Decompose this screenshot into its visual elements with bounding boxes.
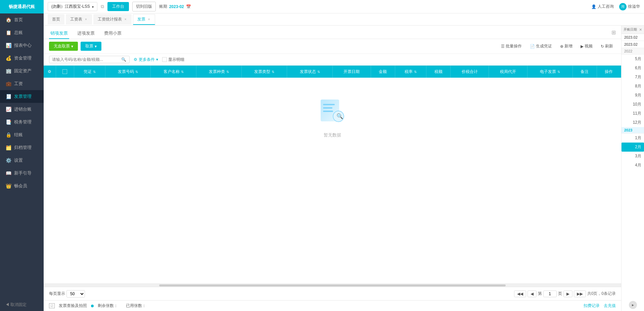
sidebar-item-home[interactable]: 🏠 首页	[0, 13, 44, 26]
table-header-electronic[interactable]: 电子发票⇅	[527, 66, 572, 78]
deduct-record-link[interactable]: 扣费记录	[584, 303, 600, 309]
batch-icon: ☰	[501, 44, 505, 49]
table-header-invoice-type1[interactable]: 发票种类⇅	[196, 66, 241, 78]
search-input[interactable]	[52, 57, 119, 62]
table-header-tax-rate[interactable]: 税率⇅	[395, 66, 426, 78]
date-panel-toggle-icon[interactable]: ▸	[629, 301, 637, 309]
per-page-select[interactable]: 50 10 20 100	[66, 290, 85, 298]
grid-view-icon[interactable]: ⊞	[611, 29, 616, 36]
copy-icon[interactable]: ⧉	[101, 4, 104, 9]
no-tax-label: 无血取票	[54, 43, 70, 49]
sidebar-item-ledger[interactable]: 📋 总账	[0, 26, 44, 39]
sidebar-item-close-account[interactable]: 🔒 结账	[0, 128, 44, 141]
sidebar-item-assets[interactable]: 🏢 固定资产	[0, 65, 44, 77]
sidebar-item-tax[interactable]: 📑 税务管理	[0, 116, 44, 128]
new-label: 新增	[564, 43, 572, 49]
filter-label: 更多条件	[139, 57, 155, 63]
sidebar-item-guide[interactable]: 📖 新手引导	[0, 167, 44, 180]
sub-tab-expense-receipt[interactable]: 费用小票	[103, 28, 123, 39]
filter-button[interactable]: ⚙ 更多条件 ▾	[134, 57, 158, 63]
show-detail-toggle[interactable]: 显示明细	[162, 57, 184, 63]
home-icon: 🏠	[5, 17, 11, 23]
video-button[interactable]: ▶ 视频	[578, 42, 595, 51]
gen-voucher-button[interactable]: 📄 生成凭证	[527, 42, 555, 51]
show-detail-checkbox[interactable]	[162, 57, 167, 62]
tab-salary-close[interactable]: ×	[84, 17, 88, 22]
month-5-2022[interactable]: 5月	[622, 54, 644, 64]
next-page-button[interactable]: ▶	[563, 290, 572, 297]
date-period-row-1[interactable]: 2023.02	[622, 34, 644, 41]
tab-bar: 首页 工资表 × 工资统计报表 × 发票 ×	[44, 13, 644, 26]
horizontal-scrollbar[interactable]	[44, 283, 621, 287]
sidebar-item-salary[interactable]: 💼 工资	[0, 77, 44, 90]
video-icon: ▶	[581, 44, 584, 49]
table-header-tax-amount: 税额	[426, 66, 451, 78]
support-link[interactable]: 👤 人工咨询	[591, 4, 614, 9]
sub-tab-purchase-invoice[interactable]: 进项发票	[76, 28, 96, 39]
user-profile[interactable]: 用 徐溢华	[619, 3, 640, 10]
take-ticket-button[interactable]: 取票 ▾	[81, 42, 101, 51]
month-9-2022[interactable]: 9月	[622, 91, 644, 100]
tab-salary-stats-close[interactable]: ×	[124, 17, 127, 22]
month-6-2022[interactable]: 6月	[622, 64, 644, 73]
prev-page-button[interactable]: ◀	[527, 290, 537, 297]
sidebar-item-archive[interactable]: 🗂️ 归档管理	[0, 141, 44, 154]
table-header-checkbox[interactable]	[56, 66, 74, 78]
collapse-label: ◀ 取消固定	[5, 302, 27, 308]
sidebar-item-reports[interactable]: 📊 报表中心	[0, 39, 44, 52]
first-page-button[interactable]: ◀◀	[514, 290, 526, 297]
date-panel-arrow-btn[interactable]: ▸	[622, 299, 644, 311]
date-period-row-2[interactable]: 2023.02	[622, 41, 644, 48]
tab-invoice-close[interactable]: ×	[147, 17, 151, 22]
no-tax-chevron: ▾	[71, 44, 73, 49]
no-tax-ticket-button[interactable]: 无血取票 ▾	[49, 42, 78, 51]
month-8-2022[interactable]: 8月	[622, 82, 644, 91]
table-header-settings[interactable]: ⚙	[44, 66, 56, 78]
tab-home[interactable]: 首页	[48, 14, 64, 25]
sidebar-item-funds[interactable]: 💰 资金管理	[0, 52, 44, 65]
company-selector[interactable]: (勿删）江西股宝-LSS	[48, 2, 97, 11]
video-label: 视频	[585, 43, 593, 49]
month-12-2022[interactable]: 12月	[622, 118, 644, 127]
sidebar-item-invoice[interactable]: 🧾 发票管理	[0, 90, 44, 103]
search-input-wrap[interactable]: 🔍	[49, 56, 130, 63]
month-11-2022[interactable]: 11月	[622, 109, 644, 118]
table-header-customer[interactable]: 客户名称⇅	[151, 66, 196, 78]
recharge-link[interactable]: 去充值	[604, 303, 616, 309]
sort-icon: ⇅	[135, 70, 138, 74]
new-button[interactable]: ⊕ 新增	[557, 42, 575, 51]
table-header-invoice-type2[interactable]: 发票类型⇅	[242, 66, 287, 78]
tab-salary-table[interactable]: 工资表 ×	[66, 14, 92, 25]
sidebar-item-label: 发票管理	[14, 93, 32, 100]
total-info: 共0页，0条记录	[587, 291, 616, 297]
tab-salary-stats[interactable]: 工资统计报表 ×	[93, 14, 132, 25]
date-panel-close[interactable]: ×	[639, 27, 642, 32]
table-header-invoice-no[interactable]: 发票号码⇅	[105, 66, 151, 78]
table-header-voucher[interactable]: 凭证⇅	[74, 66, 105, 78]
month-4-2023[interactable]: 4月	[622, 161, 644, 170]
filter-icon: ⚙	[134, 57, 137, 62]
sidebar-item-settings[interactable]: ⚙️ 设置	[0, 154, 44, 167]
reports-icon: 📊	[5, 43, 11, 48]
sub-tab-sales-invoice[interactable]: 销项发票	[49, 28, 69, 39]
table-header-invoice-status[interactable]: 发票状态⇅	[287, 66, 332, 78]
month-2-2023[interactable]: 2月	[622, 143, 644, 152]
switch-old-button[interactable]: 切到旧版	[132, 2, 156, 11]
last-page-button[interactable]: ▶▶	[574, 290, 586, 297]
page-number-input[interactable]	[543, 290, 557, 297]
refresh-button[interactable]: ↻ 刷新	[598, 42, 616, 51]
month-3-2023[interactable]: 3月	[622, 152, 644, 161]
month-1-2023[interactable]: 1月	[622, 133, 644, 143]
workbench-button[interactable]: 工作台	[107, 2, 129, 11]
batch-op-button[interactable]: ☰ 批量操作	[498, 42, 524, 51]
sidebar-collapse[interactable]: ◀ 取消固定	[0, 299, 44, 311]
app-logo: 畅捷通易代账	[0, 0, 44, 13]
refresh-icon: ↻	[601, 44, 604, 49]
month-7-2022[interactable]: 7月	[622, 73, 644, 82]
sidebar-item-sales-ledger[interactable]: 📈 进销台账	[0, 103, 44, 116]
sidebar-item-membership[interactable]: 👑 畅会员	[0, 180, 44, 192]
take-ticket-chevron: ▾	[95, 44, 97, 49]
main-area: (勿删）江西股宝-LSS ⧉ 工作台 切到旧版 账期 2023-02 📅 👤 人…	[44, 0, 644, 311]
month-10-2022[interactable]: 10月	[622, 100, 644, 109]
tab-invoice[interactable]: 发票 ×	[133, 14, 155, 25]
